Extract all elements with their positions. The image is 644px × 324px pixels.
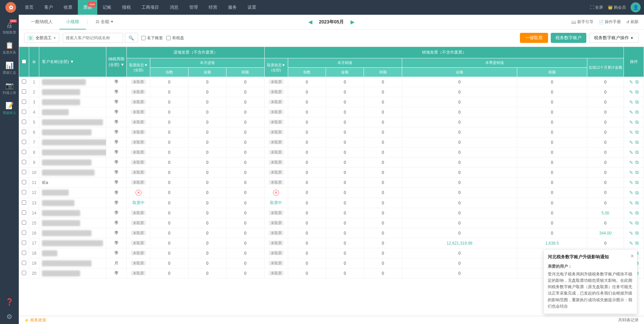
notification-close-btn[interactable]: ✕ xyxy=(630,252,634,260)
sidebar-item-scan-upload[interactable]: 📷 扫描上传 xyxy=(0,78,19,98)
row-checkbox-input[interactable] xyxy=(22,241,26,245)
copy-icon[interactable]: ⧉ xyxy=(635,129,639,135)
row-checkbox[interactable] xyxy=(19,268,29,278)
client-name-cell[interactable]: ████████████ xyxy=(39,268,106,278)
edit-icon[interactable]: ✎ xyxy=(629,231,633,236)
client-name-cell[interactable]: ████████████████ xyxy=(39,157,106,168)
copy-icon[interactable]: ⧉ xyxy=(635,149,639,155)
edit-icon[interactable]: ✎ xyxy=(629,160,633,165)
nav-tax[interactable]: 报税 xyxy=(117,0,136,15)
policy-link[interactable]: ⚡ 税务政策 xyxy=(24,317,46,323)
client-name-cell[interactable]: █████████████████ xyxy=(39,168,106,178)
nav-receive[interactable]: 收票 xyxy=(58,0,78,15)
client-name-cell[interactable]: ████████████ xyxy=(39,218,106,228)
client-name-cell[interactable]: ████████ xyxy=(39,188,106,198)
copy-icon[interactable]: ⧉ xyxy=(635,109,639,115)
row-checkbox[interactable] xyxy=(19,168,29,178)
tab-all[interactable]: ⚖ 全能 ▼ xyxy=(89,15,120,29)
client-name-cell[interactable]: ████████████████████ xyxy=(39,238,106,248)
edit-icon[interactable]: ✎ xyxy=(629,210,633,216)
client-name-cell[interactable]: ████████████████ xyxy=(39,127,106,137)
copy-icon[interactable]: ⧉ xyxy=(635,99,639,105)
copy-icon[interactable]: ⧉ xyxy=(635,230,639,236)
nav-business[interactable]: 工商项目 xyxy=(136,0,164,15)
row-checkbox-input[interactable] xyxy=(22,89,26,94)
row-checkbox-input[interactable] xyxy=(22,190,26,194)
row-checkbox[interactable] xyxy=(19,137,29,147)
sidebar-item-invoice-summary[interactable]: 📊 票据汇总 xyxy=(0,58,19,78)
nav-message[interactable]: 消息 xyxy=(164,0,184,15)
edit-icon[interactable]: ✎ xyxy=(629,241,633,246)
edit-icon[interactable]: ✎ xyxy=(629,130,633,135)
sidebar-item-help[interactable]: ❓ xyxy=(0,295,19,309)
edit-icon[interactable]: ✎ xyxy=(629,140,633,145)
search-button[interactable]: 🔍 xyxy=(125,33,138,43)
has-taxpad-checkbox-input[interactable] xyxy=(166,36,171,40)
client-name-cell[interactable]: ████████ xyxy=(39,107,106,117)
row-checkbox[interactable] xyxy=(19,218,29,228)
client-name-cell[interactable]: ████████████████████ xyxy=(39,117,106,127)
edit-icon[interactable]: ✎ xyxy=(629,200,633,206)
one-click-fetch-btn[interactable]: 一键取票 xyxy=(520,33,548,43)
sidebar-item-settings[interactable]: ⚙ xyxy=(0,309,19,324)
row-checkbox-input[interactable] xyxy=(22,210,26,215)
row-checkbox-input[interactable] xyxy=(22,220,26,225)
copy-icon[interactable]: ⧉ xyxy=(635,190,639,196)
header-tax-period[interactable]: 纳税周期(全部) ▼ xyxy=(106,47,127,77)
guide-btn[interactable]: 📖 新手引导 xyxy=(571,19,593,25)
copy-icon[interactable]: ⧉ xyxy=(635,170,639,175)
manual-btn[interactable]: 📄 操作手册 xyxy=(599,19,621,25)
client-name-cell[interactable]: ████████████████████████ xyxy=(39,137,106,147)
row-checkbox[interactable] xyxy=(19,258,29,268)
edit-icon[interactable]: ✎ xyxy=(629,110,633,115)
row-checkbox[interactable] xyxy=(19,238,29,248)
my-accounts-checkbox[interactable]: 名下账套 xyxy=(141,35,163,41)
row-checkbox[interactable] xyxy=(19,97,29,107)
row-checkbox-input[interactable] xyxy=(22,271,26,275)
refresh-btn[interactable]: ↺ 刷新 xyxy=(626,19,639,25)
nav-manage[interactable]: 管理 xyxy=(184,0,203,15)
sidebar-item-invoice-entry[interactable]: 📝 票据录入 xyxy=(0,98,19,118)
copy-icon[interactable]: ⧉ xyxy=(635,180,639,185)
my-accounts-checkbox-input[interactable] xyxy=(141,36,146,40)
row-checkbox-input[interactable] xyxy=(22,100,26,104)
digital-account-ops-btn[interactable]: 税务数字账户操作 ▼ xyxy=(589,33,639,43)
copy-icon[interactable]: ⧉ xyxy=(635,220,639,226)
copy-icon[interactable]: ⧉ xyxy=(635,79,639,85)
client-name-cell[interactable]: ████████████████ xyxy=(39,258,106,268)
has-taxpad-checkbox[interactable]: 有税盘 xyxy=(166,35,184,41)
row-checkbox-input[interactable] xyxy=(22,130,26,134)
row-checkbox-input[interactable] xyxy=(22,150,26,154)
nav-service[interactable]: 服务 xyxy=(223,0,242,15)
tab-small-scale[interactable]: 小规模 xyxy=(59,15,86,29)
row-checkbox[interactable] xyxy=(19,188,29,198)
select-all-checkbox[interactable] xyxy=(22,59,26,64)
nav-operation[interactable]: 经营 xyxy=(203,0,223,15)
row-checkbox[interactable] xyxy=(19,77,29,87)
employee-filter[interactable]: 全 全部员工 ▼ xyxy=(24,33,59,43)
fullscreen-btn[interactable]: ⛶ 全屏 xyxy=(590,5,603,10)
nav-home[interactable]: 首页 xyxy=(19,0,39,15)
row-checkbox[interactable] xyxy=(19,208,29,218)
row-checkbox[interactable] xyxy=(19,107,29,117)
row-checkbox[interactable] xyxy=(19,87,29,97)
app-logo[interactable]: ✿ xyxy=(3,0,18,15)
nav-client[interactable]: 客户 xyxy=(39,0,58,15)
row-checkbox-input[interactable] xyxy=(22,180,26,184)
edit-icon[interactable]: ✎ xyxy=(629,120,633,125)
row-checkbox[interactable] xyxy=(19,248,29,258)
row-checkbox-input[interactable] xyxy=(22,120,26,124)
row-checkbox[interactable] xyxy=(19,198,29,208)
member-btn[interactable]: 👑 购会员 xyxy=(608,5,626,10)
copy-icon[interactable]: ⧉ xyxy=(635,119,639,125)
edit-icon[interactable]: ✎ xyxy=(629,170,633,175)
client-name-cell[interactable]: ██████████ xyxy=(39,198,106,208)
copy-icon[interactable]: ⧉ xyxy=(635,210,639,216)
row-checkbox[interactable] xyxy=(19,178,29,188)
edit-icon[interactable]: ✎ xyxy=(629,190,633,195)
edit-icon[interactable]: ✎ xyxy=(629,220,633,226)
client-name-cell[interactable]: ████████████████ xyxy=(39,228,106,238)
sidebar-item-invoice-open[interactable]: 📋 发票开具 xyxy=(0,38,19,58)
edit-icon[interactable]: ✎ xyxy=(629,150,633,155)
prev-month-btn[interactable]: ◀ xyxy=(306,17,315,26)
